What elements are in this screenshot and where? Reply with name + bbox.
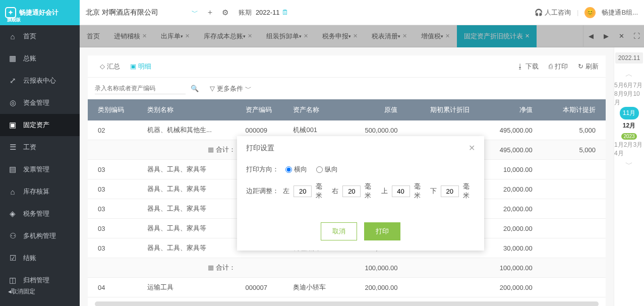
table-row[interactable]: 04运输工具000007奥迪小轿车200,000.00200,000.00 xyxy=(88,278,606,297)
support-link[interactable]: 🎧 人工咨询 xyxy=(535,8,571,17)
sidebar-icon: ▦ xyxy=(8,54,17,63)
sidebar-item[interactable]: ◎资金管理 xyxy=(0,92,80,114)
topbar: 北京 对啊酒店有限公司 ﹀ ＋ ⚙ 账期 2022-11 🗓 🎧 人工咨询 | … xyxy=(80,0,644,25)
sidebar-item[interactable]: ▦总账 xyxy=(0,47,80,70)
sidebar-item[interactable]: ☰工资 xyxy=(0,136,80,158)
sidebar-item[interactable]: ⌂库存核算 xyxy=(0,180,80,203)
sidebar-icon: ☰ xyxy=(8,143,17,152)
sidebar-label: 工资 xyxy=(23,143,36,152)
sidebar-label: 首页 xyxy=(23,32,36,41)
subtotal-icon: ▦ xyxy=(208,146,214,153)
column-header[interactable]: 期初累计折旧 xyxy=(407,99,479,120)
close-icon[interactable]: ✕ xyxy=(469,143,475,153)
search-icon[interactable]: 🔍 xyxy=(191,85,199,92)
year-next-icon[interactable]: ﹀ xyxy=(625,160,633,169)
summary-icon: ◇ xyxy=(100,63,105,70)
year-prev-icon[interactable]: ︿ xyxy=(625,70,633,79)
company-chevron-icon[interactable]: ﹀ xyxy=(192,8,198,17)
logo-text: 畅捷通好会计 xyxy=(19,8,58,17)
sidebar-icon: ⤢ xyxy=(8,76,17,85)
print-button[interactable]: ⎙ 打印 xyxy=(549,62,568,71)
modal-title: 打印设置 xyxy=(246,144,274,153)
sidebar-label: 云报表中心 xyxy=(23,76,56,85)
chevron-down-icon: ﹀ xyxy=(245,84,252,93)
divider: | xyxy=(577,9,578,16)
month-item[interactable]: 4月 xyxy=(614,148,624,159)
print-settings-modal: 打印设置 ✕ 打印方向： 横向 纵向 边距调整： 左 毫米 右 毫米 上 毫米 … xyxy=(237,136,484,251)
sidebar-item[interactable]: ▤发票管理 xyxy=(0,158,80,180)
sidebar-icon: ◎ xyxy=(8,98,17,107)
company-name[interactable]: 北京 对啊酒店有限公司 xyxy=(86,8,158,17)
detail-icon: ▣ xyxy=(130,63,136,70)
column-header[interactable]: 资产编码 xyxy=(241,99,288,120)
sidebar-label: 税务管理 xyxy=(23,209,49,218)
sidebar-label: 总账 xyxy=(23,54,36,63)
month-item[interactable]: 12月 xyxy=(614,119,644,132)
sidebar-item[interactable]: ◈税务管理 xyxy=(0,203,80,225)
sidebar-icon: ☑ xyxy=(8,254,17,263)
sidebar-label: 库存核算 xyxy=(23,187,49,196)
user-name[interactable]: 畅捷通B组... xyxy=(602,8,638,17)
margin-bottom-input[interactable] xyxy=(441,186,459,197)
period-value[interactable]: 2022-11 xyxy=(256,9,280,16)
table-row[interactable]: ▦合计：100,000.00100,000.00 xyxy=(88,258,606,278)
subtab-detail[interactable]: ▣ 明细 xyxy=(125,55,156,78)
sidebar-icon: ▣ xyxy=(8,120,17,130)
column-header[interactable]: 类别名称 xyxy=(142,99,241,120)
logo: ✦ 畅捷通好会计 旗舰版 xyxy=(0,0,80,25)
sidebar-item[interactable]: ☑结账 xyxy=(0,247,80,269)
margin-top-input[interactable] xyxy=(392,186,410,197)
calendar-icon[interactable]: 🗓 xyxy=(282,9,288,16)
period-label: 账期 xyxy=(239,8,252,17)
month-item[interactable]: 2月 xyxy=(624,139,633,150)
radio-horizontal[interactable]: 横向 xyxy=(285,165,307,174)
sidebar-icon: ⌂ xyxy=(8,32,17,41)
refresh-button[interactable]: ↻ 刷新 xyxy=(578,62,599,71)
subheader: ◇ 汇总 ▣ 明细 ⭳ 下载 ⎙ 打印 ↻ 刷新 xyxy=(88,55,606,78)
month-current[interactable]: 11月 xyxy=(620,107,639,119)
column-header[interactable]: 本期计提折 xyxy=(543,99,606,120)
column-header[interactable]: 净值 xyxy=(480,99,543,120)
download-button[interactable]: ⭳ 下载 xyxy=(517,62,539,71)
year-title[interactable]: 2022.11 xyxy=(615,52,643,64)
logo-sub: 旗舰版 xyxy=(7,17,21,23)
horizontal-scrollbar[interactable] xyxy=(95,301,599,306)
margin-left-input[interactable] xyxy=(294,186,312,197)
margin-label: 边距调整： xyxy=(246,187,279,196)
add-icon[interactable]: ＋ xyxy=(206,8,214,17)
print-confirm-button[interactable]: 打印 xyxy=(364,222,400,240)
sidebar-label: 固定资产 xyxy=(23,120,49,130)
radio-vertical[interactable]: 纵向 xyxy=(316,165,338,174)
month-item[interactable]: 9月 xyxy=(624,88,633,99)
sidebar-label: 发票管理 xyxy=(23,165,49,174)
sidebar-item[interactable]: ⌂首页 xyxy=(0,25,80,47)
sidebar-item[interactable]: ▣固定资产 xyxy=(0,114,80,136)
cancel-button[interactable]: 取消 xyxy=(321,222,357,240)
more-filters[interactable]: ▽ 更多条件 ﹀ xyxy=(210,84,252,93)
sidebar-label: 资金管理 xyxy=(23,98,49,107)
sidebar-icon: ⌂ xyxy=(8,188,17,196)
search-input[interactable] xyxy=(95,83,186,94)
sidebar-icon: ▤ xyxy=(8,165,17,174)
column-header[interactable]: 原值 xyxy=(344,99,407,120)
sidebar-item[interactable]: ⚇多机构管理 xyxy=(0,225,80,247)
avatar-icon[interactable]: 😊 xyxy=(584,7,596,18)
year-panel: 2022.11 ︿ 5月6月7月8月9月10月 11月 12月 2023 1月2… xyxy=(614,47,644,306)
subtab-summary[interactable]: ◇ 汇总 xyxy=(95,55,125,78)
subtotal-icon: ▦ xyxy=(208,264,214,271)
sidebar-label: 结账 xyxy=(23,254,36,263)
sidebar-icon: ⚇ xyxy=(8,231,17,240)
sidebar-icon: ◈ xyxy=(8,209,17,218)
column-header[interactable]: 类别编码 xyxy=(88,99,142,120)
sidebar-label: 多机构管理 xyxy=(23,231,56,240)
sidebar-unpin[interactable]: ◂取消固定 xyxy=(0,282,80,301)
margin-right-input[interactable] xyxy=(342,186,361,197)
direction-label: 打印方向： xyxy=(246,165,281,174)
filter-row: 🔍 ▽ 更多条件 ﹀ xyxy=(88,78,606,99)
column-header[interactable]: 资产名称 xyxy=(288,99,344,120)
month-item[interactable]: 3月 xyxy=(633,139,642,150)
funnel-icon: ▽ xyxy=(210,85,215,92)
sidebar: ✦ 畅捷通好会计 旗舰版 ⌂首页▦总账⤢云报表中心◎资金管理▣固定资产☰工资▤发… xyxy=(0,0,80,306)
settings-icon[interactable]: ⚙ xyxy=(222,8,228,17)
sidebar-item[interactable]: ⤢云报表中心 xyxy=(0,70,80,92)
